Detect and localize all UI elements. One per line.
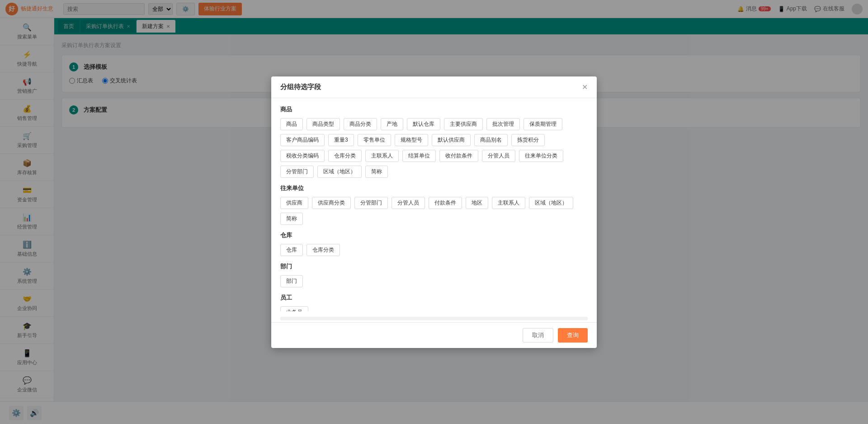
- modal-body: 商品商品商品类型商品分类产地默认仓库主要供应商批次管理保质期管理客户商品编码重量…: [271, 98, 597, 311]
- field-tag-主联系人[interactable]: 主联系人: [492, 197, 525, 209]
- field-tag-商品分类[interactable]: 商品分类: [344, 118, 377, 130]
- field-selection-modal: 分组待选字段 ✕ 商品商品商品类型商品分类产地默认仓库主要供应商批次管理保质期管…: [271, 76, 597, 348]
- modal-header: 分组待选字段 ✕: [271, 76, 597, 98]
- field-tag-供应商分类[interactable]: 供应商分类: [312, 197, 351, 209]
- field-tag-保质期管理[interactable]: 保质期管理: [524, 118, 562, 130]
- field-tag-简称[interactable]: 简称: [365, 166, 388, 178]
- modal-close-button[interactable]: ✕: [582, 83, 588, 91]
- field-tag-业务员[interactable]: 业务员: [280, 306, 308, 311]
- field-tag-税收分类编码[interactable]: 税收分类编码: [280, 150, 325, 162]
- field-tag-主联系人[interactable]: 主联系人: [365, 150, 399, 162]
- field-tag-产地[interactable]: 产地: [381, 118, 403, 130]
- field-tags-商品: 商品商品类型商品分类产地默认仓库主要供应商批次管理保质期管理客户商品编码重量3零…: [280, 118, 588, 178]
- modal-title: 分组待选字段: [280, 83, 321, 91]
- field-tag-区域（地区）[interactable]: 区域（地区）: [529, 197, 573, 209]
- field-tag-分管人员[interactable]: 分管人员: [482, 150, 515, 162]
- field-tags-部门: 部门: [280, 275, 588, 287]
- cancel-button[interactable]: 取消: [523, 328, 553, 343]
- section-label-仓库: 仓库: [280, 231, 588, 239]
- field-tag-拣货积分[interactable]: 拣货积分: [511, 134, 545, 146]
- modal-footer: 取消 查询: [271, 322, 597, 348]
- section-label-商品: 商品: [280, 105, 588, 114]
- field-tag-主要供应商[interactable]: 主要供应商: [444, 118, 483, 130]
- field-tag-商品别名[interactable]: 商品别名: [474, 134, 508, 146]
- field-tag-客户商品编码[interactable]: 客户商品编码: [280, 134, 325, 146]
- horizontal-scrollbar[interactable]: [280, 317, 588, 320]
- field-tag-商品类型[interactable]: 商品类型: [307, 118, 340, 130]
- field-tags-员工: 业务员: [280, 306, 588, 311]
- field-tag-分管部门[interactable]: 分管部门: [280, 166, 314, 178]
- field-tag-批次管理[interactable]: 批次管理: [486, 118, 520, 130]
- field-tag-区域（地区）[interactable]: 区域（地区）: [317, 166, 362, 178]
- field-tag-地区[interactable]: 地区: [466, 197, 488, 209]
- field-tags-往来单位: 供应商供应商分类分管部门分管人员付款条件地区主联系人区域（地区）简称: [280, 197, 588, 225]
- modal-overlay: 分组待选字段 ✕ 商品商品商品类型商品分类产地默认仓库主要供应商批次管理保质期管…: [0, 0, 868, 424]
- field-tag-重量3[interactable]: 重量3: [328, 134, 354, 146]
- field-tag-付款条件[interactable]: 付款条件: [429, 197, 462, 209]
- field-tag-分管人员[interactable]: 分管人员: [392, 197, 425, 209]
- section-label-部门: 部门: [280, 262, 588, 271]
- field-tag-商品[interactable]: 商品: [280, 118, 303, 130]
- field-tag-简称[interactable]: 简称: [280, 213, 303, 225]
- field-tag-默认供应商[interactable]: 默认供应商: [432, 134, 471, 146]
- confirm-button[interactable]: 查询: [558, 328, 588, 343]
- field-tag-部门[interactable]: 部门: [280, 275, 303, 287]
- section-label-员工: 员工: [280, 294, 588, 302]
- field-tags-仓库: 仓库仓库分类: [280, 244, 588, 256]
- field-tag-仓库[interactable]: 仓库: [280, 244, 303, 256]
- field-tag-仓库分类[interactable]: 仓库分类: [307, 244, 340, 256]
- field-tag-收付款条件[interactable]: 收付款条件: [439, 150, 478, 162]
- field-tag-仓库分类[interactable]: 仓库分类: [328, 150, 362, 162]
- field-tag-零售单位[interactable]: 零售单位: [358, 134, 391, 146]
- field-tag-分管部门[interactable]: 分管部门: [354, 197, 388, 209]
- section-label-往来单位: 往来单位: [280, 184, 588, 192]
- field-tag-默认仓库[interactable]: 默认仓库: [407, 118, 440, 130]
- field-tag-往来单位分类[interactable]: 往来单位分类: [519, 150, 563, 162]
- field-tag-结算单位[interactable]: 结算单位: [402, 150, 436, 162]
- field-tag-供应商[interactable]: 供应商: [280, 197, 308, 209]
- field-tag-规格型号[interactable]: 规格型号: [395, 134, 428, 146]
